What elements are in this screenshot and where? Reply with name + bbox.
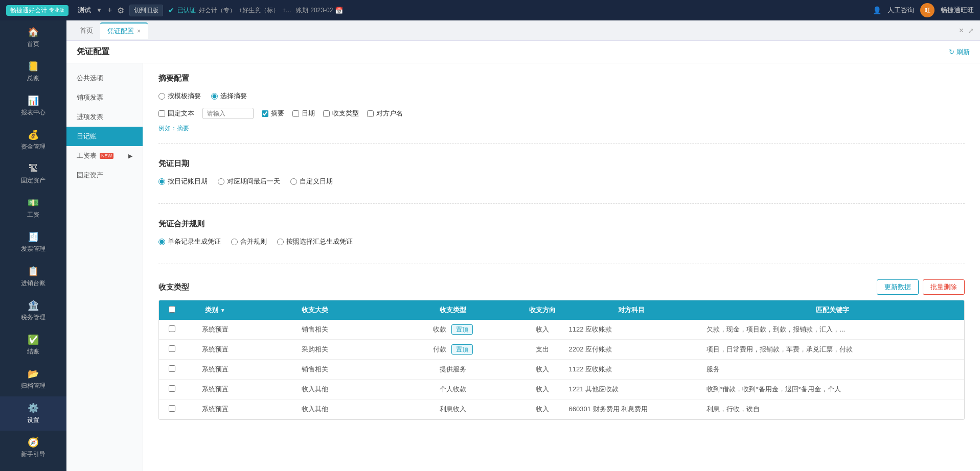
radio-template[interactable]: 按模板摘要 [158, 91, 201, 101]
body-layout: 公共选项 销项发票 进项发票 日记账 工资表 NEW ▶ [66, 63, 980, 471]
row5-checkbox-cell[interactable] [159, 400, 185, 418]
radio-journal-date[interactable]: 按日记账日期 [158, 177, 208, 186]
checkbox-date-input[interactable] [292, 110, 299, 117]
header-account: 对方科目 [563, 300, 701, 320]
row2-checkbox[interactable] [169, 345, 175, 352]
checkbox-date[interactable]: 日期 [292, 109, 315, 118]
radio-merge-input[interactable] [231, 239, 238, 245]
sidebar-item-funds[interactable]: 💰 资金管理 [0, 123, 66, 157]
radio-select-input[interactable] [211, 93, 218, 100]
tab-close-icon[interactable]: × [137, 28, 141, 35]
row1-checkbox-cell[interactable] [159, 320, 185, 339]
tab-bar: 首页 凭证配置 × × ⤢ [66, 20, 980, 41]
tab-bar-expand-icon[interactable]: ⤢ [968, 27, 974, 35]
refresh-button[interactable]: ↻ 刷新 [949, 48, 970, 57]
row3-keyword: 服务 [700, 360, 964, 379]
sidebar-item-member[interactable]: 👑 畅会员 [0, 465, 66, 471]
radio-select[interactable]: 选择摘要 [211, 91, 247, 101]
header-checkbox-cell[interactable] [159, 301, 185, 319]
checkbox-summary-input[interactable] [262, 110, 268, 117]
radio-last-day[interactable]: 对应期间最后一天 [218, 177, 280, 186]
sidebar-item-tax[interactable]: 🏦 税务管理 [0, 294, 66, 328]
row3-type-text: 提供服务 [440, 365, 466, 373]
settings-icon[interactable]: ⚙ [117, 6, 124, 15]
radio-summary[interactable]: 按照选择汇总生成凭证 [277, 237, 353, 246]
radio-merge[interactable]: 合并规则 [231, 237, 267, 246]
fixed-text-input[interactable] [202, 108, 254, 119]
radio-template-input[interactable] [158, 93, 165, 100]
salary-icon: 💵 [28, 197, 39, 208]
sidebar-item-ledger2[interactable]: 📋 进销台账 [0, 260, 66, 294]
table-wrapper: 类别 ▼ 收支大类 收支类型 收支方向 对方科目 匹配关键字 [158, 300, 965, 420]
checkbox-type[interactable]: 收支类型 [323, 109, 359, 118]
left-nav-public[interactable]: 公共选项 [66, 68, 143, 88]
header-direction: 收支方向 [522, 300, 563, 320]
sidebar-item-report[interactable]: 📊 报表中心 [0, 89, 66, 123]
radio-last-day-input[interactable] [218, 178, 224, 185]
checkbox-counterparty[interactable]: 对方户名 [367, 109, 403, 118]
tab-voucher-config[interactable]: 凭证配置 × [100, 22, 148, 39]
row5-keyword: 利息，行收，诶自 [700, 399, 964, 419]
refresh-label: 刷新 [956, 48, 970, 57]
sidebar-item-settle[interactable]: ✅ 结账 [0, 328, 66, 362]
merge-rules-section: 凭证合并规则 单条记录生成凭证 合并规则 [158, 219, 965, 264]
left-nav-purchase-invoice[interactable]: 进项发票 [66, 107, 143, 127]
row3-checkbox-cell[interactable] [159, 360, 185, 379]
merge-rules-title: 凭证合并规则 [158, 219, 965, 229]
avatar[interactable]: 旺 [920, 3, 935, 17]
sidebar-item-invoice[interactable]: 🧾 发票管理 [0, 225, 66, 260]
row1-badge[interactable]: 置顶 [451, 324, 473, 335]
row1-checkbox[interactable] [169, 325, 175, 332]
row5-checkbox[interactable] [169, 405, 175, 412]
row3-checkbox[interactable] [169, 365, 175, 372]
radio-single[interactable]: 单条记录生成凭证 [158, 237, 221, 246]
left-nav-sales-invoice[interactable]: 销项发票 [66, 88, 143, 107]
sidebar-item-home[interactable]: 🏠 首页 [0, 20, 66, 55]
switch-to-old-btn[interactable]: 切到旧版 [129, 5, 163, 16]
sidebar-label-funds: 资金管理 [21, 143, 45, 151]
left-nav-journal[interactable]: 日记账 [66, 127, 143, 146]
row4-checkbox[interactable] [169, 385, 175, 392]
tab-home[interactable]: 首页 [73, 22, 100, 39]
sidebar-item-settings[interactable]: ⚙️ 设置 [0, 396, 66, 431]
radio-single-input[interactable] [158, 239, 165, 245]
row4-checkbox-cell[interactable] [159, 380, 185, 398]
checkbox-type-input[interactable] [323, 110, 330, 117]
add-icon[interactable]: + [107, 6, 112, 15]
select-all-checkbox[interactable] [169, 306, 175, 313]
batch-delete-button[interactable]: 批量删除 [923, 279, 965, 295]
funds-icon: 💰 [28, 129, 39, 140]
tab-bar-close-icon[interactable]: × [959, 26, 964, 35]
sidebar-item-archive[interactable]: 📂 归档管理 [0, 362, 66, 396]
sidebar-item-salary[interactable]: 💵 工资 [0, 191, 66, 225]
row1-bigtype: 销售相关 [246, 320, 384, 339]
row2-keyword: 项目，日常费用，报销款，车费，承兑汇票，付款 [700, 340, 964, 359]
radio-journal-date-input[interactable] [158, 178, 165, 185]
sidebar-item-guide[interactable]: 🧭 新手引导 [0, 431, 66, 465]
row2-checkbox-cell[interactable] [159, 340, 185, 359]
row5-category: 系统预置 [185, 399, 246, 419]
sidebar-item-assets[interactable]: 🏗 固定资产 [0, 157, 66, 191]
radio-summary-input[interactable] [277, 239, 284, 245]
header-bigtype: 收支大类 [246, 300, 384, 320]
update-data-button[interactable]: 更新数据 [877, 279, 919, 295]
left-nav-payroll[interactable]: 工资表 NEW ▶ [66, 146, 143, 166]
voucher-date-title: 凭证日期 [158, 159, 965, 169]
sort-icon[interactable]: ▼ [220, 308, 225, 313]
radio-custom-date[interactable]: 自定义日期 [290, 177, 333, 186]
service-label[interactable]: 人工咨询 [887, 6, 914, 15]
left-nav-fixed-assets[interactable]: 固定资产 [66, 166, 143, 185]
calendar-icon[interactable]: 📅 [335, 7, 343, 14]
left-nav-payroll-label: 工资表 [77, 151, 97, 160]
checkbox-fixed-text[interactable]: 固定文本 [158, 109, 194, 118]
checkbox-fixed-text-input[interactable] [158, 110, 165, 117]
table-row: 系统预置 收入其他 利息收入 收入 660301 财务费用 利息费用 利息，行收… [159, 399, 964, 419]
checkbox-counterparty-input[interactable] [367, 110, 374, 117]
certified-icon: ✔ [168, 6, 174, 14]
chevron-down-icon[interactable]: ▼ [96, 7, 102, 14]
checkbox-summary[interactable]: 摘要 [262, 109, 284, 118]
sidebar-item-ledger[interactable]: 📒 总账 [0, 55, 66, 89]
sidebar-label-tax: 税务管理 [21, 313, 45, 322]
radio-custom-date-input[interactable] [290, 178, 297, 185]
row2-badge[interactable]: 置顶 [451, 344, 473, 355]
